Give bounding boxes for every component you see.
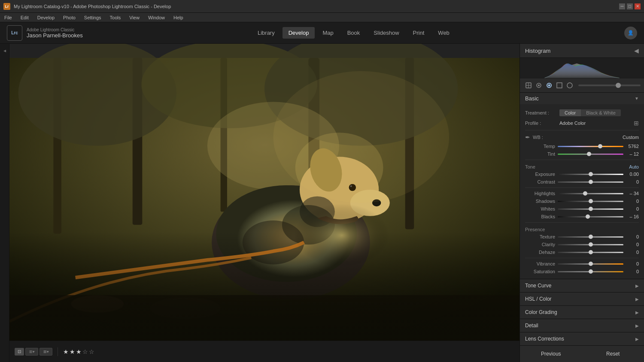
tone-auto-button[interactable]: Auto [629, 164, 639, 169]
clarity-slider-track[interactable] [558, 244, 623, 245]
star-rating: ★ ★ ★ ☆ ☆ [63, 348, 94, 355]
texture-label: Texture [525, 234, 555, 239]
dehaze-slider-track[interactable] [558, 252, 623, 253]
menu-tools[interactable]: Tools [108, 14, 123, 21]
exposure-slider-thumb[interactable] [589, 172, 593, 176]
compare-view-button[interactable]: ⊞▾ [25, 348, 38, 356]
star-2[interactable]: ★ [70, 348, 75, 355]
highlights-slider-thumb[interactable] [583, 191, 587, 196]
clarity-slider-thumb[interactable] [589, 242, 593, 247]
graduated-filter[interactable] [554, 81, 565, 90]
user-avatar[interactable]: 👤 [624, 27, 637, 39]
previous-button[interactable]: Previous [520, 346, 582, 362]
menu-help[interactable]: Help [172, 14, 185, 21]
left-strip: ◀ [0, 44, 9, 362]
saturation-slider-thumb[interactable] [589, 269, 593, 274]
detail-arrow: ▶ [635, 323, 639, 328]
tint-label: Tint [525, 151, 555, 157]
star-1[interactable]: ★ [63, 348, 69, 355]
panel-bottom-buttons: Previous Reset [520, 345, 644, 362]
star-3[interactable]: ★ [76, 348, 82, 355]
dehaze-slider-thumb[interactable] [589, 250, 593, 254]
vibrance-slider-thumb[interactable] [589, 262, 593, 266]
highlights-slider-track[interactable] [558, 193, 623, 194]
svg-rect-35 [557, 83, 562, 88]
single-view-button[interactable]: ⊡ [15, 348, 24, 356]
detail-title: Detail [525, 323, 538, 329]
nav-develop[interactable]: Develop [283, 27, 315, 39]
maximize-button[interactable]: □ [627, 3, 633, 9]
reset-button[interactable]: Reset [582, 346, 644, 362]
white-balance-eyedropper[interactable]: ✒ [525, 134, 530, 141]
separator-5 [525, 258, 639, 258]
healing-tool[interactable] [534, 81, 544, 90]
whites-slider-track[interactable] [558, 208, 623, 210]
blacks-slider-thumb[interactable] [586, 214, 590, 219]
nav-slideshow[interactable]: Slideshow [368, 27, 405, 39]
contrast-slider-track[interactable] [558, 181, 623, 183]
temp-label: Temp [525, 144, 555, 149]
right-panel: Histogram ◀ [519, 44, 644, 362]
highlights-value: – 34 [626, 191, 639, 196]
texture-slider-thumb[interactable] [589, 235, 593, 239]
separator-4 [525, 222, 639, 223]
contrast-slider-thumb[interactable] [589, 180, 593, 184]
adjustment-brush[interactable] [544, 81, 554, 90]
separator-3 [525, 187, 639, 188]
zoom-slider-thumb[interactable] [616, 83, 621, 88]
menu-photo[interactable]: Photo [61, 14, 77, 21]
shadows-slider-thumb[interactable] [589, 199, 593, 203]
histogram-header[interactable]: Histogram ◀ [520, 44, 644, 58]
shadows-slider-track[interactable] [558, 201, 623, 202]
detail-section[interactable]: Detail ▶ [520, 319, 644, 332]
close-button[interactable]: ✕ [635, 3, 641, 9]
lens-corrections-section[interactable]: Lens Corrections ▶ [520, 332, 644, 345]
temp-slider-track[interactable] [558, 146, 623, 147]
color-grading-arrow: ▶ [635, 310, 639, 315]
nav-web[interactable]: Web [432, 27, 456, 39]
blacks-label: Blacks [525, 214, 555, 219]
nav-print[interactable]: Print [407, 27, 431, 39]
crop-tool[interactable] [523, 81, 534, 90]
bw-treatment-button[interactable]: Black & White [581, 109, 620, 116]
star-5[interactable]: ☆ [89, 348, 94, 355]
shadows-value: 0 [626, 199, 639, 204]
nav-library[interactable]: Library [252, 27, 281, 39]
exposure-slider-track[interactable] [558, 174, 623, 175]
basic-section-header[interactable]: Basic ▼ [520, 93, 644, 104]
whites-slider-thumb[interactable] [589, 207, 593, 211]
nav-map[interactable]: Map [316, 27, 339, 39]
left-panel-toggle[interactable]: ◀ [1, 47, 8, 54]
tint-slider-thumb[interactable] [587, 152, 591, 156]
color-grading-section[interactable]: Color Grading ▶ [520, 305, 644, 319]
exposure-slider-row: Exposure 0.00 [520, 170, 644, 178]
vibrance-slider-track[interactable] [558, 263, 623, 265]
tone-curve-section[interactable]: Tone Curve ▶ [520, 279, 644, 292]
menu-edit[interactable]: Edit [19, 14, 30, 21]
color-treatment-button[interactable]: Color [559, 109, 581, 116]
zoom-slider[interactable] [578, 84, 641, 86]
hsl-color-section[interactable]: HSL / Color ▶ [520, 292, 644, 305]
radial-filter[interactable] [565, 81, 575, 90]
menu-window[interactable]: Window [146, 14, 167, 21]
survey-view-button[interactable]: ⊠▾ [39, 348, 52, 356]
blacks-slider-track[interactable] [558, 216, 623, 217]
menu-file[interactable]: File [3, 14, 14, 21]
tint-slider-row: Tint – 12 [520, 150, 644, 158]
menu-develop[interactable]: Develop [36, 14, 56, 21]
saturation-slider-track[interactable] [558, 271, 623, 272]
tint-slider-track[interactable] [558, 154, 623, 155]
menu-settings[interactable]: Settings [82, 14, 103, 21]
star-4[interactable]: ☆ [82, 348, 88, 355]
histogram-collapse-icon[interactable]: ◀ [634, 47, 639, 54]
contrast-value: 0 [626, 179, 639, 184]
nav-book[interactable]: Book [341, 27, 366, 39]
basic-panel: Treatment : Color Black & White Profile … [520, 104, 644, 279]
minimize-button[interactable]: ─ [619, 3, 625, 9]
texture-slider-track[interactable] [558, 236, 623, 238]
menu-view[interactable]: View [128, 14, 141, 21]
treatment-row: Treatment : Color Black & White [520, 108, 644, 118]
exposure-value: 0.00 [626, 172, 639, 177]
temp-slider-thumb[interactable] [598, 144, 602, 148]
profile-grid-button[interactable]: ⊞ [634, 120, 639, 127]
